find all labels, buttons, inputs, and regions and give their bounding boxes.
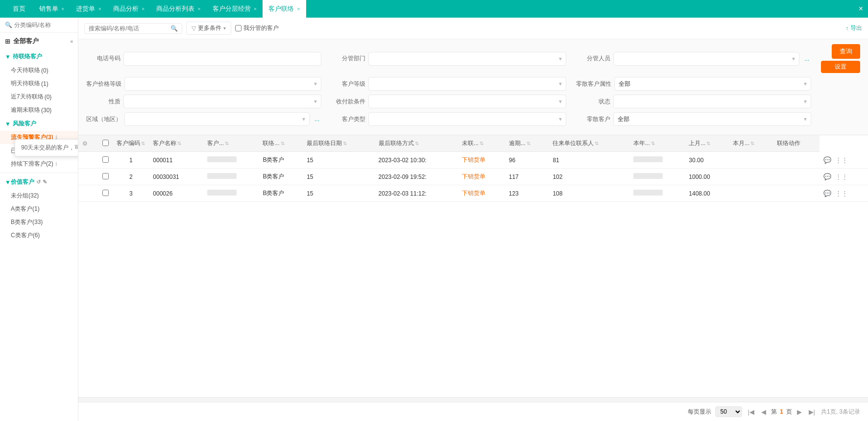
settings-btn[interactable]: 设置 (821, 61, 860, 73)
person-select[interactable]: ▾ (613, 52, 799, 66)
first-page-btn[interactable]: |◀ (746, 407, 756, 417)
more-conditions-arrow: ▾ (223, 25, 226, 31)
table-settings-icon[interactable]: ⚙ (82, 140, 88, 147)
adv-cell-phone: 电话号码 (86, 52, 331, 66)
code-sort-icon: ⇅ (141, 141, 145, 146)
region-select[interactable]: ▾ (124, 112, 310, 126)
per-page-select[interactable]: 50 100 (715, 406, 742, 417)
bottom-scrollbar[interactable] (78, 397, 868, 402)
payment-select[interactable]: ▾ (368, 95, 566, 108)
retail-select[interactable]: 全部 ▾ (613, 112, 811, 126)
tab-sales-close[interactable]: × (61, 6, 64, 12)
sidebar-group-churn[interactable]: ▼ 风险客户 (0, 117, 78, 131)
row-checkbox-0[interactable] (102, 156, 109, 163)
sidebar-item-ungrouped[interactable]: 未分组(32) (0, 189, 78, 202)
row-lastmethod-link-2[interactable]: 下销货单 (462, 190, 485, 197)
row-type-1: B类客户 (259, 169, 303, 185)
tab-sales[interactable]: 销售单 × (33, 0, 70, 18)
adv-cell-cust-level: 客户等级 ▾ (331, 77, 576, 91)
adv-filter-row-1: 电话号码 分管部门 ▾ 分管人员 ▾ ... (86, 44, 860, 73)
price-level-select[interactable]: ▾ (124, 77, 321, 91)
more-conditions-btn[interactable]: ▽ 更多条件 ▾ (186, 22, 231, 35)
cust-type-select[interactable]: ▾ (368, 112, 566, 126)
window-close-icon[interactable]: × (859, 4, 863, 13)
tab-customer-contact-close[interactable]: × (297, 6, 300, 12)
row-lastmethod-link-1[interactable]: 下销货单 (462, 173, 485, 180)
tab-analysis-close[interactable]: × (142, 6, 145, 12)
row-uncontacted-2: 123 (505, 185, 549, 202)
tab-customer-tier-close[interactable]: × (254, 6, 257, 12)
row-lastdate-0: 2023-03-02 10:30: (375, 152, 458, 169)
query-btn[interactable]: 查询 (832, 44, 860, 59)
sidebar-item-7days[interactable]: 近7天待联络(0) (0, 90, 78, 103)
nature-select[interactable]: ▾ (123, 95, 321, 108)
table-row: 2 00030031 B类客户 15 2023-02-09 19:52: 下销货… (78, 169, 868, 185)
tab-customer-tier[interactable]: 客户分层经营 × (207, 0, 263, 18)
person-more-btn[interactable]: ... (802, 55, 811, 62)
cust-level-select[interactable]: ▾ (368, 77, 566, 91)
row-checkbox-cell-0 (98, 152, 113, 169)
adv-cell-status: 状态 ▾ (576, 95, 821, 108)
action-more-icon-2[interactable]: ⋮⋮ (835, 190, 848, 197)
row-type-0: B类客户 (259, 152, 303, 169)
last-page-btn[interactable]: ▶| (807, 407, 817, 417)
row-thismonth-0 (773, 152, 820, 169)
search-input[interactable] (89, 25, 170, 32)
dept-select[interactable]: ▾ (368, 52, 566, 66)
row-lastdate-1: 2023-02-09 19:52: (375, 169, 458, 185)
action-more-icon-0[interactable]: ⋮⋮ (835, 156, 848, 164)
action-chat-icon-1[interactable]: 💬 (823, 173, 831, 180)
select-all-checkbox[interactable] (102, 140, 109, 146)
tab-analysis-list-close[interactable]: × (197, 6, 200, 12)
main-layout: 🔍 ⊞ 全部客户 « ▼ 待联络客户 今天待联络(0) 明天待联络(1) 近7天… (0, 18, 868, 421)
sidebar-group-pending[interactable]: ▼ 待联络客户 (0, 50, 78, 64)
tab-customer-contact-label: 客户联络 (268, 4, 294, 13)
next-page-btn[interactable]: ▶ (795, 407, 804, 417)
person-label: 分管人员 (576, 54, 610, 63)
sidebar-group-value[interactable]: ▼ 价值客户 ↺ ✎ (0, 175, 78, 189)
row-lastmethod-link-0[interactable]: 下销货单 (462, 156, 485, 163)
filter-icon: ▽ (192, 25, 196, 32)
action-more-icon-1[interactable]: ⋮⋮ (835, 173, 848, 180)
adv-filter-row-2: 客户价格等级 ▾ 客户等级 ▾ 零散客户属性 全部 (86, 77, 860, 91)
export-label: 导出 (850, 24, 862, 32)
sidebar-item-class-b[interactable]: B类客户(33) (0, 216, 78, 229)
row-checkbox-1[interactable] (102, 173, 109, 179)
phone-input[interactable] (123, 52, 321, 66)
per-page-label: 每页显示 (688, 408, 711, 416)
sidebar-item-tomorrow[interactable]: 明天待联络(1) (0, 77, 78, 90)
sidebar-search-input[interactable] (14, 22, 73, 28)
value-refresh-icon[interactable]: ↺ (36, 179, 41, 185)
prev-page-btn[interactable]: ◀ (759, 407, 768, 417)
col-settings[interactable]: ⚙ (78, 135, 98, 152)
row-type-2: B类客户 (259, 185, 303, 202)
churn-arrow-icon: ▼ (5, 121, 11, 127)
my-customers-checkbox[interactable] (235, 25, 241, 31)
sidebar-root[interactable]: ⊞ 全部客户 « (0, 33, 78, 50)
row-lastmonth-0 (729, 152, 773, 169)
tab-analysis[interactable]: 商品分析 × (107, 0, 150, 18)
row-contacts-1: 15 (303, 169, 374, 185)
sidebar-item-today[interactable]: 今天待联络(0) (0, 64, 78, 77)
retail-attr-select[interactable]: 全部 ▾ (614, 77, 811, 91)
value-edit-icon[interactable]: ✎ (43, 179, 47, 185)
tab-analysis-list[interactable]: 商品分析列表 × (150, 0, 206, 18)
action-chat-icon-0[interactable]: 💬 (823, 156, 831, 164)
sidebar-search-icon: 🔍 (5, 22, 12, 28)
tab-purchase-close[interactable]: × (98, 6, 101, 12)
status-select[interactable]: ▾ (613, 95, 811, 108)
retail-attr-arrow-icon: ▾ (804, 80, 807, 87)
total-info: 共1页, 3条记录 (821, 408, 860, 416)
export-btn[interactable]: ↑ 导出 (845, 24, 862, 32)
sidebar-item-overdue[interactable]: 逾期未联络(30) (0, 103, 78, 117)
tab-purchase[interactable]: 进货单 × (70, 0, 107, 18)
region-more-btn[interactable]: ... (313, 116, 321, 123)
search-submit-icon[interactable]: 🔍 (170, 25, 178, 32)
tab-customer-contact[interactable]: 客户联络 × (263, 0, 306, 18)
tab-home[interactable]: 首页 (5, 0, 33, 18)
row-checkbox-2[interactable] (102, 190, 109, 196)
sidebar-item-class-c[interactable]: C类客户(6) (0, 229, 78, 242)
sidebar-item-declining[interactable]: 持续下滑客户(2) ℹ (0, 157, 78, 171)
action-chat-icon-2[interactable]: 💬 (823, 190, 831, 197)
sidebar-item-class-a[interactable]: A类客户(1) (0, 202, 78, 216)
